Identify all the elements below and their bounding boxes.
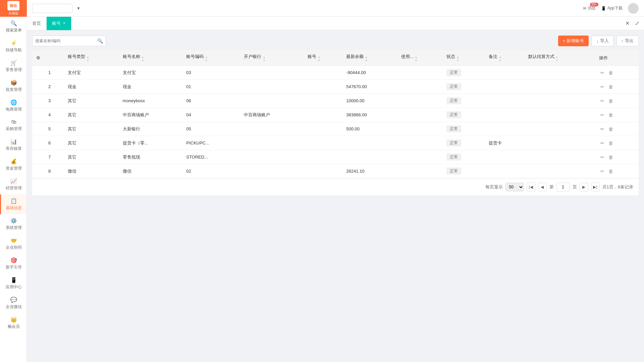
sidebar-item-ecommerce[interactable]: 🌐电商管理	[0, 96, 26, 116]
add-account-button[interactable]: + 新增账号	[558, 36, 589, 46]
delete-button-3[interactable]: 🗑	[607, 112, 614, 118]
close-tab-button[interactable]: ✕	[624, 19, 631, 28]
delete-button-6[interactable]: 🗑	[607, 154, 614, 161]
sidebar-label-basic-info: 基础信息	[6, 205, 22, 211]
last-page-button[interactable]: ▶|	[591, 183, 600, 191]
total-info: 共1页，8条记录	[602, 184, 633, 190]
import-button[interactable]: ↓ 导入	[591, 36, 614, 46]
sidebar-item-purchase[interactable]: 🛍采购管理	[0, 116, 26, 135]
search-input[interactable]	[35, 39, 97, 43]
edit-button-6[interactable]: ✏	[599, 154, 606, 161]
message-icon: ✉	[583, 6, 586, 11]
sidebar-icon-capital: 💰	[10, 158, 17, 165]
sidebar-item-wholesale[interactable]: 📦批发管理	[0, 76, 26, 96]
next-page-button[interactable]: ▶	[580, 183, 588, 191]
balance-cell-7: 28241.10	[342, 164, 397, 178]
remark-cell-5: 提货卡	[485, 136, 524, 150]
page-size-select[interactable]: 50 20 100	[505, 183, 524, 191]
sidebar-label-enterprise: 企业协同	[6, 245, 22, 250]
default-settlement-col-header[interactable]: 默认结算方式▲▼	[524, 50, 595, 66]
sidebar-item-enterprise[interactable]: 🤝企业协同	[0, 234, 26, 254]
delete-button-2[interactable]: 🗑	[607, 98, 614, 104]
sidebar-item-app-center[interactable]: 📱应用中心	[0, 274, 26, 293]
sidebar-item-wechat[interactable]: 💬企业微信	[0, 293, 26, 313]
tab-accounts[interactable]: 账号✕	[47, 17, 71, 30]
edit-button-5[interactable]: ✏	[599, 140, 606, 146]
delete-button-0[interactable]: 🗑	[607, 69, 614, 76]
edit-button-0[interactable]: ✏	[599, 69, 606, 76]
account-no-cell-4	[304, 122, 342, 136]
remark-cell-4	[485, 122, 524, 136]
bank-col-header[interactable]: 开户银行▲▼	[240, 50, 304, 66]
num-col-header	[44, 50, 64, 66]
first-page-button[interactable]: |◀	[527, 183, 535, 191]
sidebar-item-search-menu[interactable]: 🔍搜索菜单	[0, 17, 26, 37]
account-no-cell-2	[304, 94, 342, 108]
action-cell-7: ✏ 🗑	[595, 164, 639, 178]
import-label: 导入	[600, 38, 609, 44]
account-type-col-header[interactable]: 账号类型▲▼	[64, 50, 118, 66]
user-avatar[interactable]	[628, 3, 639, 14]
status-cell-4: 正常	[442, 122, 485, 136]
export-button[interactable]: ↑ 导出	[616, 36, 639, 46]
sidebar-item-basic-info[interactable]: 📋基础信息	[0, 194, 26, 214]
settings-col-header[interactable]: ⚙	[32, 50, 44, 66]
usage-cell-1	[397, 80, 442, 94]
usage-cell-2	[397, 94, 442, 108]
table-row: 1 支付宝 支付宝 03 -90444.00 正常 ✏ 🗑	[32, 66, 639, 80]
tab-home[interactable]: 首页	[27, 17, 47, 30]
sidebar-label-operations: 经营管理	[6, 185, 22, 191]
topbar-dropdown[interactable]: ▼	[76, 6, 80, 11]
balance-cell-1: 547670.00	[342, 80, 397, 94]
delete-button-7[interactable]: 🗑	[607, 168, 614, 175]
sidebar-item-inventory[interactable]: 📊库存核算	[0, 135, 26, 155]
delete-button-4[interactable]: 🗑	[607, 126, 614, 132]
prev-page-button[interactable]: ◀	[538, 183, 547, 191]
table-row: 7 其它 零售抵现 STORED... 正常 ✏ 🗑	[32, 150, 639, 164]
sidebar-item-system[interactable]: ⚙️系统管理	[0, 214, 26, 234]
sidebar-item-capital[interactable]: 💰资金管理	[0, 155, 26, 175]
sidebar-label-app-center: 应用中心	[6, 284, 22, 290]
app-download-button[interactable]: 📱 App下载	[601, 5, 623, 11]
sidebar-item-operations[interactable]: 📈经营管理	[0, 175, 26, 194]
status-badge-5: 正常	[446, 139, 461, 146]
sidebar-item-guide[interactable]: 🎯新手引导	[0, 254, 26, 274]
sidebar-item-retail[interactable]: 🛒零售管理	[0, 56, 26, 76]
table-body: 1 支付宝 支付宝 03 -90444.00 正常 ✏ 🗑 2 现金 现金 01…	[32, 66, 639, 178]
delete-button-1[interactable]: 🗑	[607, 83, 614, 90]
edit-button-2[interactable]: ✏	[599, 98, 606, 104]
account-name-col-header[interactable]: 账号名称▲▼	[119, 50, 182, 66]
status-col-header[interactable]: 状态▲▼	[442, 50, 485, 66]
remark-cell-2	[485, 94, 524, 108]
default-settlement-cell-2	[524, 94, 595, 108]
edit-button-3[interactable]: ✏	[599, 112, 606, 118]
bank-cell-4	[240, 122, 304, 136]
sidebar-item-quick-nav[interactable]: ⚡快捷导航	[0, 37, 26, 56]
bank-cell-6	[240, 150, 304, 164]
delete-button-5[interactable]: 🗑	[607, 140, 614, 146]
message-button[interactable]: ✉ 消息 99+	[583, 5, 596, 11]
sidebar-label-purchase: 采购管理	[6, 126, 22, 132]
account-no-cell-3	[304, 108, 342, 122]
edit-button-4[interactable]: ✏	[599, 126, 606, 132]
maximize-button[interactable]: ⤢	[634, 19, 641, 28]
name-cell-2: moneybosx	[119, 94, 182, 108]
logo-text: 乐惠版	[8, 11, 18, 16]
balance-col-header[interactable]: 最新余额▲▼	[342, 50, 397, 66]
tab-close-accounts[interactable]: ✕	[63, 21, 66, 25]
name-cell-4: 大新银行	[119, 122, 182, 136]
sidebar-label-member: 畅会员	[8, 324, 20, 329]
export-icon: ↑	[622, 39, 624, 44]
account-code-col-header[interactable]: 账号编码▲▼	[182, 50, 240, 66]
edit-button-7[interactable]: ✏	[599, 168, 606, 175]
edit-button-1[interactable]: ✏	[599, 83, 606, 90]
balance-cell-6	[342, 150, 397, 164]
page-input[interactable]	[556, 183, 570, 191]
usage-col-header[interactable]: 使用...▲▼	[397, 50, 442, 66]
sidebar-item-member[interactable]: 👑畅会员	[0, 313, 26, 333]
topbar-search-input[interactable]	[32, 4, 72, 13]
remark-col-header[interactable]: 备注▲▼	[485, 50, 524, 66]
sidebar-label-wechat: 企业微信	[6, 304, 22, 310]
usage-cell-4	[397, 122, 442, 136]
account-no-col-header[interactable]: 账号▲▼	[304, 50, 342, 66]
